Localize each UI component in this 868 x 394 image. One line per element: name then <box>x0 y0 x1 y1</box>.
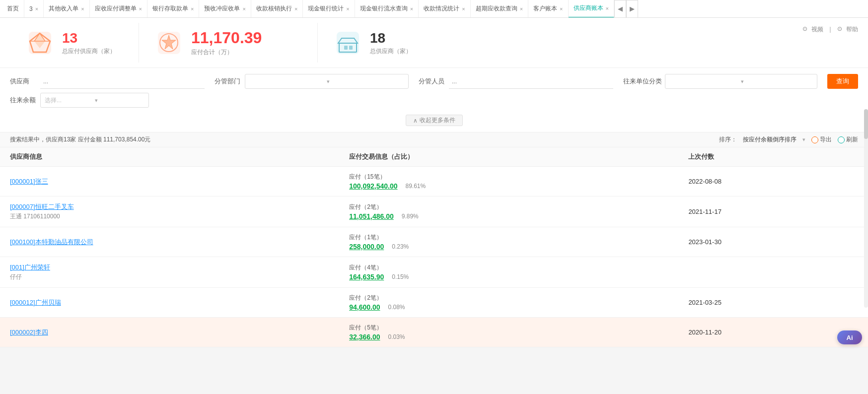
nav-arrow-right[interactable]: ▶ <box>626 0 638 18</box>
nav-tab-cash-bank-stat[interactable]: 现金银行统计 × <box>303 0 355 18</box>
star-icon <box>154 28 184 58</box>
dept-select[interactable]: ▾ <box>245 74 409 89</box>
stat-num-2: 11,170.39 <box>191 29 262 47</box>
nav-tab-advance-collect-label: 预收冲应收单 <box>204 4 240 13</box>
supplier-cell-3: [000100]本特勤油品有限公司 <box>10 238 349 247</box>
nav-tab-other-income[interactable]: 其他收入单 × <box>44 0 89 18</box>
tx-pct-4: 0.15% <box>392 273 409 280</box>
supplier-cell-5: [000012]广州贝瑞 <box>10 298 349 307</box>
refresh-icon <box>838 136 845 143</box>
category-select[interactable]: ▾ <box>665 74 818 89</box>
close-icon[interactable]: × <box>520 6 523 12</box>
collapse-button[interactable]: ∧ 收起更多条件 <box>406 115 463 126</box>
diamond-icon <box>25 28 55 58</box>
help-link[interactable]: 帮助 <box>846 25 858 34</box>
nav-tab-other-income-label: 其他收入单 <box>49 4 78 13</box>
tx-label-4: 应付（4笔） <box>349 263 688 272</box>
filter-supplier: 供应商 <box>10 74 205 89</box>
table-section: 供应商信息 应付交易信息（占比） 上次付数 [000001]张三 应付（15笔）… <box>0 147 868 347</box>
tx-amount-6[interactable]: 32,366.00 <box>349 333 380 341</box>
supplier-link-6[interactable]: [000002]李四 <box>10 328 349 337</box>
video-link[interactable]: 视频 <box>811 25 823 34</box>
tx-amount-4[interactable]: 164,635.90 <box>349 273 384 281</box>
last-pay-1: 2022-08-08 <box>688 178 722 185</box>
nav-tab-3[interactable]: 3 × <box>24 0 44 18</box>
nav-tab-advance-collect[interactable]: 预收冲应收单 × <box>199 0 251 18</box>
scrollbar-track[interactable] <box>864 109 868 308</box>
close-icon[interactable]: × <box>242 6 245 12</box>
nav-tab-collect-verify[interactable]: 收款核销执行 × <box>251 0 303 18</box>
stat-label-3: 总供应商（家） <box>370 47 412 56</box>
nav-tab-collect-stat[interactable]: 收款情况统计 × <box>419 0 470 18</box>
nav-tab-cash-bank-stat-label: 现金银行统计 <box>308 4 344 13</box>
close-icon[interactable]: × <box>191 6 194 12</box>
tx-amount-5[interactable]: 94,600.00 <box>349 303 380 311</box>
scrollbar-thumb[interactable] <box>864 109 868 139</box>
tx-amount-3[interactable]: 258,000.00 <box>349 243 384 251</box>
nav-tab-overdue-collect[interactable]: 超期应收款查询 × <box>471 0 528 18</box>
close-icon[interactable]: × <box>346 6 349 12</box>
top-navigation: 首页 3 × 其他收入单 × 应收应付调整单 × 银行存取款单 × 预收冲应收单… <box>0 0 868 18</box>
close-icon[interactable]: × <box>606 5 609 11</box>
table-header: 供应商信息 应付交易信息（占比） 上次付数 <box>0 147 868 167</box>
nav-tab-ap-adjust-label: 应收应付调整单 <box>95 4 137 13</box>
supplier-link-3[interactable]: [000100]本特勤油品有限公司 <box>10 238 349 247</box>
close-icon[interactable]: × <box>560 6 563 12</box>
stat-label-2: 应付合计（万） <box>191 48 262 57</box>
refresh-btn-label: 刷新 <box>846 135 858 144</box>
person-input[interactable] <box>449 74 613 89</box>
filter-section: 供应商 分管部门 ▾ 分管人员 往来单位分类 ▾ 查询 往来余额 选择 <box>0 68 868 132</box>
refresh-button[interactable]: 刷新 <box>838 135 858 144</box>
stat-label-1: 总应付供应商（家） <box>62 47 116 56</box>
svg-rect-11 <box>349 46 353 50</box>
supplier-link-1[interactable]: [000001]张三 <box>10 177 349 186</box>
collapse-bar: ∧ 收起更多条件 <box>10 112 858 128</box>
tx-amount-1[interactable]: 100,092,540.00 <box>349 182 397 190</box>
nav-tab-customer-account-label: 客户账本 <box>533 4 557 13</box>
last-pay-6: 2020-11-20 <box>688 328 722 336</box>
tx-amount-2[interactable]: 11,051,486.00 <box>349 212 394 220</box>
nav-tab-cash-bank-flow[interactable]: 现金银行流水查询 × <box>355 0 419 18</box>
query-button[interactable]: 查询 <box>827 74 858 89</box>
balance-select[interactable]: 选择... ▾ <box>40 93 149 108</box>
nav-tab-cash-bank-flow-label: 现金银行流水查询 <box>360 4 408 13</box>
chevron-down-icon-2: ▾ <box>741 78 813 85</box>
close-icon[interactable]: × <box>139 6 142 12</box>
last-pay-3: 2023-01-30 <box>688 238 722 246</box>
last-pay-2: 2021-11-17 <box>688 208 722 215</box>
nav-tab-supplier-account[interactable]: 供应商账本 × <box>569 0 614 18</box>
sort-select[interactable]: 按应付余额倒序排序 <box>743 135 796 144</box>
chevron-down-icon-3: ▾ <box>95 97 145 104</box>
stats-header: 13 总应付供应商（家） 11,170.39 应付合计（万） <box>0 18 868 68</box>
close-icon[interactable]: × <box>81 6 84 12</box>
nav-tab-bank-deposit[interactable]: 银行存取款单 × <box>147 0 199 18</box>
filter-dept: 分管部门 ▾ <box>215 74 409 89</box>
supplier-link-2[interactable]: [000007]恒旺二手叉车 <box>10 202 349 211</box>
col-header-tx: 应付交易信息（占比） <box>349 152 688 161</box>
export-button[interactable]: 导出 <box>811 135 832 144</box>
nav-tab-bank-deposit-label: 银行存取款单 <box>152 4 188 13</box>
nav-tab-ap-adjust[interactable]: 应收应付调整单 × <box>90 0 147 18</box>
close-icon[interactable]: × <box>294 6 297 12</box>
close-icon[interactable]: × <box>410 6 413 12</box>
close-icon[interactable]: × <box>35 6 38 12</box>
chevron-down-icon-sort[interactable]: ▾ <box>802 136 805 143</box>
ai-button[interactable]: Ai <box>837 330 862 344</box>
stat-num-3: 18 <box>370 30 412 46</box>
nav-tab-customer-account[interactable]: 客户账本 × <box>528 0 568 18</box>
results-summary: 搜索结果中，供应商13家 应付金额 111,703,854.00元 <box>10 135 150 144</box>
nav-tab-home[interactable]: 首页 <box>2 0 24 18</box>
nav-arrow-left[interactable]: ◀ <box>614 0 626 18</box>
tx-label-3: 应付（1笔） <box>349 233 688 242</box>
lastpay-cell-6: 2020-11-20 <box>688 328 858 336</box>
tx-row-1: 100,092,540.00 89.61% <box>349 182 688 190</box>
tx-row-2: 11,051,486.00 9.89% <box>349 212 688 220</box>
results-bar: 搜索结果中，供应商13家 应付金额 111,703,854.00元 排序： 按应… <box>0 132 868 147</box>
category-label: 往来单位分类 <box>623 77 662 86</box>
supplier-link-4[interactable]: [001]广州荣轩 <box>10 263 349 272</box>
supplier-cell-6: [000002]李四 <box>10 328 349 337</box>
supplier-link-5[interactable]: [000012]广州贝瑞 <box>10 298 349 307</box>
supplier-input[interactable] <box>40 74 205 89</box>
close-icon[interactable]: × <box>462 6 465 12</box>
tx-row-4: 164,635.90 0.15% <box>349 273 688 281</box>
